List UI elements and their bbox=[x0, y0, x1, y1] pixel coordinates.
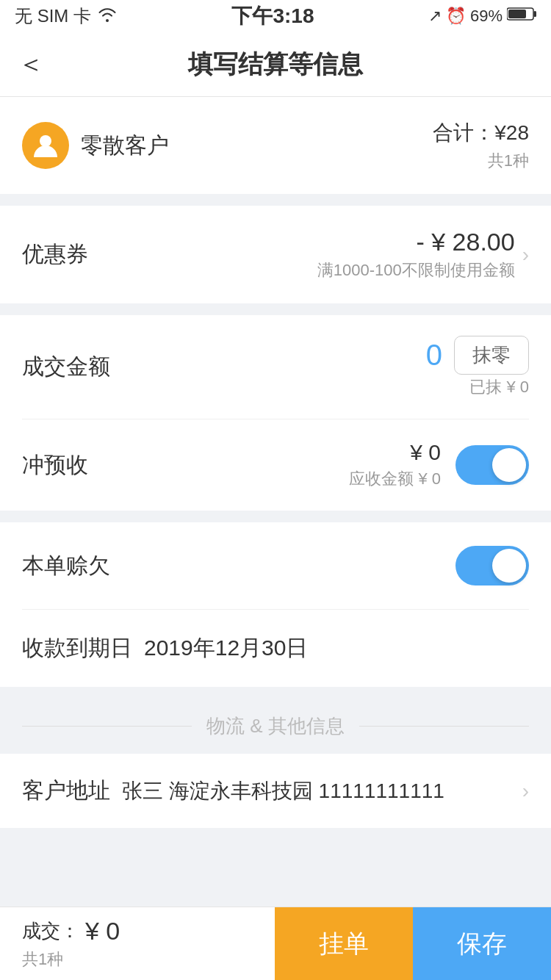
customer-left: 零散客户 bbox=[22, 122, 169, 169]
debit-section: 本单赊欠 收款到期日 2019年12月30日 bbox=[0, 522, 551, 687]
coupon-right: - ¥ 28.00 满1000-100不限制使用金额 bbox=[317, 228, 515, 281]
address-section: 客户地址 张三 海淀永丰科技园 11111111111 › bbox=[0, 754, 551, 828]
prepay-label: 冲预收 bbox=[22, 450, 88, 480]
alarm-icon: ⏰ bbox=[446, 7, 466, 26]
page-title: 填写结算等信息 bbox=[188, 48, 363, 82]
prepay-toggle[interactable] bbox=[455, 445, 529, 485]
address-label: 客户地址 bbox=[22, 776, 110, 806]
debit-toggle[interactable] bbox=[455, 546, 529, 586]
wifi-icon bbox=[97, 6, 118, 26]
coupon-amount: - ¥ 28.00 bbox=[317, 228, 515, 256]
svg-point-3 bbox=[40, 135, 51, 147]
coupon-section: 优惠券 - ¥ 28.00 满1000-100不限制使用金额 › bbox=[0, 206, 551, 303]
debit-label: 本单赊欠 bbox=[22, 551, 110, 581]
nav-bar: ＜ 填写结算等信息 bbox=[0, 32, 551, 97]
coupon-label: 优惠券 bbox=[22, 239, 88, 270]
customer-avatar bbox=[22, 122, 69, 169]
status-right: ↗ ⏰ 69% bbox=[428, 7, 536, 26]
prepay-toggle-knob bbox=[492, 448, 526, 482]
bottom-count: 共1种 bbox=[22, 948, 253, 970]
svg-rect-1 bbox=[533, 11, 536, 17]
location-icon: ↗ bbox=[428, 7, 442, 26]
battery-text: 69% bbox=[470, 7, 503, 26]
round-button[interactable]: 抹零 bbox=[454, 336, 529, 375]
prepay-right: ¥ 0 应收金额 ¥ 0 bbox=[349, 440, 441, 490]
pending-button[interactable]: 挂单 bbox=[275, 907, 413, 981]
deal-value: 0 bbox=[426, 339, 442, 372]
prepay-sub: 应收金额 ¥ 0 bbox=[349, 468, 441, 490]
deal-right: 0 抹零 bbox=[426, 336, 529, 375]
bottom-deal-amount: ¥ 0 bbox=[85, 917, 120, 945]
address-value: 张三 海淀永丰科技园 11111111111 bbox=[122, 777, 511, 805]
prepay-row: 冲预收 ¥ 0 应收金额 ¥ 0 bbox=[0, 419, 551, 511]
coupon-row[interactable]: 优惠券 - ¥ 28.00 满1000-100不限制使用金额 › bbox=[0, 206, 551, 303]
deal-section: 成交金额 0 抹零 已抹 ¥ 0 冲预收 ¥ 0 应收金额 ¥ 0 bbox=[0, 315, 551, 511]
customer-count: 共1种 bbox=[433, 150, 529, 172]
save-button[interactable]: 保存 bbox=[413, 907, 551, 981]
back-button[interactable]: ＜ bbox=[18, 46, 44, 82]
prepay-amount: ¥ 0 bbox=[349, 440, 441, 465]
coupon-chevron-icon: › bbox=[522, 243, 529, 267]
customer-right: 合计：¥28 共1种 bbox=[433, 119, 529, 172]
main-content: 零散客户 合计：¥28 共1种 优惠券 - ¥ 28.00 满1000-100不… bbox=[0, 97, 551, 920]
due-date-label: 收款到期日 bbox=[22, 633, 132, 663]
no-sim-text: 无 SIM 卡 bbox=[15, 4, 91, 28]
address-chevron-icon: › bbox=[522, 779, 529, 803]
deal-sub: 已抹 ¥ 0 bbox=[426, 376, 529, 398]
deal-amount-row: 成交金额 0 抹零 已抹 ¥ 0 bbox=[0, 315, 551, 419]
status-left: 无 SIM 卡 bbox=[15, 4, 118, 28]
customer-row: 零散客户 合计：¥28 共1种 bbox=[0, 97, 551, 194]
customer-name: 零散客户 bbox=[81, 131, 169, 161]
logistics-divider: 物流 & 其他信息 bbox=[0, 699, 551, 754]
bottom-deal: 成交： ¥ 0 bbox=[22, 917, 253, 945]
bottom-bar: 成交： ¥ 0 共1种 挂单 保存 bbox=[0, 907, 551, 980]
debit-toggle-knob bbox=[492, 549, 526, 583]
address-row[interactable]: 客户地址 张三 海淀永丰科技园 11111111111 › bbox=[0, 754, 551, 828]
battery-icon bbox=[507, 7, 536, 26]
debit-row: 本单赊欠 bbox=[0, 522, 551, 609]
due-date-value: 2019年12月30日 bbox=[144, 633, 308, 663]
status-time: 下午3:18 bbox=[231, 2, 314, 30]
svg-rect-2 bbox=[508, 10, 526, 18]
bottom-deal-label: 成交： bbox=[22, 918, 79, 944]
due-date-row: 收款到期日 2019年12月30日 bbox=[0, 610, 551, 687]
bottom-info: 成交： ¥ 0 共1种 bbox=[0, 917, 275, 970]
status-bar: 无 SIM 卡 下午3:18 ↗ ⏰ 69% bbox=[0, 0, 551, 32]
logistics-label: 物流 & 其他信息 bbox=[206, 713, 345, 739]
customer-total: 合计：¥28 bbox=[433, 119, 529, 147]
coupon-desc: 满1000-100不限制使用金额 bbox=[317, 259, 515, 281]
customer-section: 零散客户 合计：¥28 共1种 bbox=[0, 97, 551, 194]
deal-label: 成交金额 bbox=[22, 352, 110, 382]
